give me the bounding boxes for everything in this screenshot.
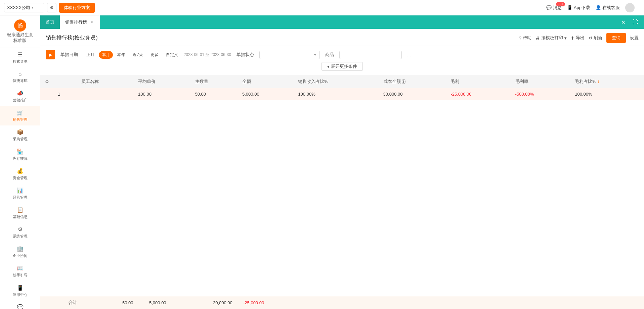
sidebar-item-basic-info[interactable]: 📋 基础信息	[0, 203, 40, 223]
page-content: 销售排行榜(按业务员) ? 帮助 🖨 按模板打印 ▾ ⬆ 导出	[40, 29, 644, 309]
footer-quantity: 50.00	[118, 300, 145, 305]
sidebar-item-system[interactable]: ⚙ 系统管理	[0, 223, 40, 242]
sidebar-item-label: 资金管理	[13, 175, 28, 181]
col-amount: 全额	[238, 75, 294, 88]
expand-more-row: ▾ 展开更多条件	[46, 62, 639, 71]
footer-label: 合计	[65, 300, 91, 306]
status-select[interactable]	[259, 51, 320, 59]
tab-home[interactable]: 首页	[40, 15, 60, 29]
footer-cost: 30,000.00	[209, 300, 239, 305]
avatar[interactable]	[625, 3, 635, 12]
col-profit: 毛利	[446, 75, 511, 88]
tab-bar: 首页 销售排行榜 × ✕ ⛶	[40, 15, 644, 29]
sidebar-item-guide[interactable]: 📖 新手引导	[0, 262, 40, 281]
print-icon: 🖨	[535, 36, 540, 41]
sidebar-item-operations[interactable]: 📊 经营管理	[0, 184, 40, 203]
help-button[interactable]: ? 帮助	[519, 35, 531, 41]
date-shortcuts: 上月 本月 本年 近7天 更多 自定义 2023-06-01 至 2023-06…	[83, 51, 231, 59]
this-year-button[interactable]: 本年	[114, 51, 128, 59]
data-table: ⚙ 员工名称 平均单价 主数量 全额 销售收入占比% 成本全额 i 毛利 毛利率…	[40, 75, 644, 100]
sidebar-item-inventory[interactable]: 🏪 库存核算	[0, 145, 40, 164]
trial-button[interactable]: 体验行业方案	[59, 3, 95, 13]
print-chevron-icon: ▾	[564, 36, 567, 41]
sidebar-item-enterprise[interactable]: 🏢 企业协同	[0, 242, 40, 262]
export-label: 导出	[576, 35, 585, 41]
row-quantity: 50.00	[191, 88, 238, 100]
last-7-days-button[interactable]: 近7天	[130, 51, 146, 59]
online-service-button[interactable]: 👤 在线客服	[596, 5, 620, 11]
filter-arrow-button[interactable]: ▶	[46, 50, 55, 59]
more-date-button[interactable]: 更多	[147, 51, 162, 59]
export-icon: ⬆	[571, 36, 574, 41]
table-row: 1 100.00 50.00 5,000.00 100.00% 30,000.0…	[40, 88, 644, 100]
row-avg-price: 100.00	[134, 88, 191, 100]
app-label: App下载	[574, 5, 590, 11]
this-month-button[interactable]: 本月	[99, 51, 113, 59]
tab-maximize-button[interactable]: ⛶	[631, 17, 640, 27]
col-name: 员工名称	[77, 75, 134, 88]
sidebar-item-label: 营销推广	[13, 98, 28, 103]
sidebar-item-marketing[interactable]: 📣 营销推广	[0, 87, 40, 106]
page-title: 销售排行榜(按业务员)	[46, 35, 98, 42]
home-tab-label: 首页	[46, 19, 54, 25]
sidebar-item-label: 库存核算	[13, 156, 28, 161]
print-button[interactable]: 🖨 按模板打印 ▾	[535, 35, 567, 41]
goods-input[interactable]	[339, 51, 402, 59]
sidebar-item-wechat[interactable]: 💬 企业微信	[0, 301, 40, 309]
refresh-icon: ↺	[589, 36, 592, 41]
last-month-button[interactable]: 上月	[83, 51, 97, 59]
app-center-icon: 📱	[17, 285, 24, 291]
sidebar-item-label: 销售管理	[13, 117, 28, 122]
tab-sales-ranking[interactable]: 销售排行榜 ×	[60, 15, 100, 29]
sidebar-item-search-order[interactable]: ☰ 搜索菜单	[0, 48, 40, 67]
custom-date-button[interactable]: 自定义	[163, 51, 181, 59]
sidebar-item-sales[interactable]: 🛒 销售管理	[0, 106, 40, 125]
query-button[interactable]: 查询	[606, 33, 626, 43]
cost-info-icon[interactable]: i	[402, 79, 405, 84]
settings-link[interactable]: 设置	[630, 35, 639, 41]
goods-more-button[interactable]: ...	[407, 52, 411, 57]
sort-icon[interactable]: ↕	[597, 79, 600, 84]
row-cost: 30,000.00	[379, 88, 447, 100]
help-label: 帮助	[523, 35, 531, 41]
refresh-button[interactable]: ↺ 刷新	[589, 35, 602, 41]
sidebar-item-app-center[interactable]: 📱 应用中心	[0, 281, 40, 301]
sidebar-item-label: 系统管理	[13, 234, 28, 239]
page-actions: ? 帮助 🖨 按模板打印 ▾ ⬆ 导出 ↺ 刷新	[519, 33, 639, 43]
message-badge: 99+	[556, 2, 565, 6]
header-settings-button[interactable]: ⚙	[47, 3, 56, 12]
message-icon: 💬	[546, 5, 552, 10]
sidebar-item-label: 经营管理	[13, 195, 28, 200]
marketing-icon: 📣	[17, 90, 24, 96]
sidebar-logo[interactable]: 畅 畅康通好生意 标准版	[0, 15, 40, 48]
expand-more-button[interactable]: ▾ 展开更多条件	[321, 62, 363, 71]
sidebar-item-quick-nav[interactable]: ⌂ 快捷导航	[0, 67, 40, 87]
inventory-icon: 🏪	[17, 148, 24, 155]
col-profit-rate: 毛利率	[511, 75, 571, 88]
top-header: XXXXX公司 ▾ ⚙ 体验行业方案 💬 消息 99+ 📱 App下载 👤 在线…	[0, 0, 644, 15]
col-settings[interactable]: ⚙	[40, 75, 54, 88]
message-button[interactable]: 💬 消息 99+	[546, 5, 562, 11]
tab-right-actions: ✕ ⛶	[618, 17, 644, 27]
system-icon: ⚙	[18, 226, 23, 233]
sidebar-item-purchase[interactable]: 📦 采购管理	[0, 125, 40, 145]
tab-close-button[interactable]: ×	[89, 19, 94, 25]
table-area: ⚙ 员工名称 平均单价 主数量 全额 销售收入占比% 成本全额 i 毛利 毛利率…	[40, 75, 644, 296]
sidebar: 畅 畅康通好生意 标准版 ☰ 搜索菜单 ⌂ 快捷导航 📣 营销推广 🛒 销售管理…	[0, 15, 40, 309]
service-icon: 👤	[596, 5, 601, 10]
operations-icon: 📊	[17, 187, 24, 194]
logo-text: 畅康通好生意 标准版	[7, 32, 33, 44]
page-header: 销售排行榜(按业务员) ? 帮助 🖨 按模板打印 ▾ ⬆ 导出	[40, 29, 644, 46]
logo-icon: 畅	[14, 19, 26, 32]
date-range-text: 2023-06-01 至 2023-06-30	[184, 52, 231, 58]
col-avg-price: 平均单价	[134, 75, 191, 88]
sidebar-item-finance[interactable]: 💰 资金管理	[0, 164, 40, 184]
enterprise-icon: 🏢	[17, 246, 24, 252]
sales-icon: 🛒	[17, 109, 24, 116]
goods-label: 商品	[325, 52, 334, 58]
tab-close-window-button[interactable]: ✕	[618, 17, 628, 27]
app-download-button[interactable]: 📱 App下载	[567, 5, 590, 11]
company-selector[interactable]: XXXXX公司 ▾	[4, 3, 44, 12]
search-order-icon: ☰	[18, 51, 23, 58]
export-button[interactable]: ⬆ 导出	[571, 35, 585, 41]
